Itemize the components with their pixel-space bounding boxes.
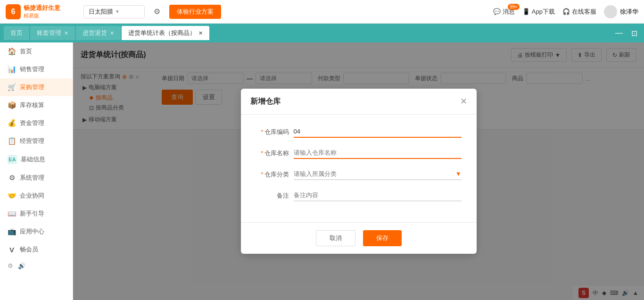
purchase-icon: 🛒: [8, 83, 16, 92]
system-icon: ⚙: [8, 174, 16, 182]
settings-icon[interactable]: ⚙: [149, 4, 165, 19]
sidebar-label-app-center: 应用中心: [20, 227, 44, 236]
cancel-button[interactable]: 取消: [316, 230, 355, 246]
sidebar-item-operations[interactable]: 📋 经营管理: [0, 132, 73, 150]
tab-purchase-stats[interactable]: 进货单统计表（按商品） ✕: [122, 26, 209, 40]
sidebar-label-sales: 销售管理: [20, 65, 44, 74]
required-mark-category: *: [261, 171, 263, 178]
user-menu[interactable]: 徐泽华: [604, 5, 638, 18]
remark-label: 备注: [256, 192, 289, 200]
home-icon: 🏠: [8, 47, 16, 56]
sidebar-item-inventory[interactable]: 📦 库存核算: [0, 96, 73, 114]
tab-purchase-return[interactable]: 进货退货 ✕: [76, 26, 121, 40]
logo-text: 畅捷通好生意 精易版: [24, 4, 60, 19]
tab-home[interactable]: 首页: [4, 26, 29, 40]
tab-bar: 首页 账套管理 ✕ 进货退货 ✕ 进货单统计表（按商品） ✕ — ⊡: [0, 24, 644, 42]
message-icon: 💬: [493, 8, 501, 15]
sidebar-item-system[interactable]: ⚙ 系统管理: [0, 169, 73, 187]
sidebar-item-guide[interactable]: 📖 新手引导: [0, 205, 73, 223]
remark-row: 备注: [256, 190, 462, 201]
modal-title: 新增仓库: [250, 97, 281, 107]
sidebar-item-app-center[interactable]: 📺 应用中心: [0, 223, 73, 241]
avatar: [604, 5, 617, 18]
headset-icon: 🎧: [562, 8, 570, 15]
app-center-icon: 📺: [8, 227, 16, 236]
modal-body: *仓库编码 *仓库名称 *仓库分类: [241, 115, 477, 222]
sidebar-label-inventory: 库存核算: [20, 101, 44, 109]
sidebar-label-system: 系统管理: [20, 174, 44, 182]
warehouse-code-row: *仓库编码: [256, 126, 462, 138]
tab-accounts-label: 账套管理: [37, 29, 61, 37]
warehouse-name-input[interactable]: [294, 147, 462, 159]
tab-purchase-return-close-icon[interactable]: ✕: [110, 30, 114, 36]
logo-area: 6 畅捷通好生意 精易版: [6, 4, 79, 19]
operations-icon: 📋: [8, 137, 16, 145]
content-area: 进货单统计(按商品) 🖨 按模板打印 ▼ ⬆ 导出 ↻ 刷新: [73, 42, 644, 300]
tab-expand-icon[interactable]: ⊡: [628, 28, 640, 39]
warehouse-category-select-wrap[interactable]: ▼: [294, 168, 462, 180]
sidebar-item-home[interactable]: 🏠 首页: [0, 42, 73, 60]
enterprise-icon: 🤝: [8, 192, 16, 200]
top-header: 6 畅捷通好生意 精易版 日太阳膜 ▼ ⚙ 体验行业方案 💬 消息 99+ 📱 …: [0, 0, 644, 24]
remark-input[interactable]: [294, 190, 462, 201]
modal-overlay: 新增仓库 ✕ *仓库编码 *仓库名称: [73, 42, 644, 300]
warehouse-name-row: *仓库名称: [256, 147, 462, 159]
speaker-icon[interactable]: 🔊: [18, 262, 25, 269]
messages-button[interactable]: 💬 消息 99+: [493, 8, 515, 16]
inventory-icon: 📦: [8, 101, 16, 109]
tab-purchase-stats-close-icon[interactable]: ✕: [198, 30, 203, 36]
sidebar-item-purchase[interactable]: 🛒 采购管理: [0, 78, 73, 96]
warehouse-code-input[interactable]: [294, 126, 462, 138]
tab-home-label: 首页: [10, 29, 23, 37]
sidebar-item-basic-info[interactable]: EA 基础信息: [0, 150, 73, 169]
modal-footer: 取消 保存: [241, 222, 477, 254]
phone-icon: 📱: [522, 8, 530, 15]
user-name: 徐泽华: [620, 8, 638, 16]
sidebar-label-enterprise: 企业协同: [20, 192, 44, 200]
tab-minimize-icon[interactable]: —: [612, 28, 626, 39]
store-name: 日太阳膜: [89, 8, 113, 16]
finance-icon: 💰: [8, 119, 16, 127]
sidebar-label-home: 首页: [20, 47, 32, 56]
required-mark-name: *: [261, 150, 263, 157]
tab-accounts-close-icon[interactable]: ✕: [64, 30, 68, 36]
trial-button[interactable]: 体验行业方案: [169, 5, 221, 19]
store-selector[interactable]: 日太阳膜 ▼: [83, 5, 145, 18]
save-button[interactable]: 保存: [363, 230, 402, 246]
category-dropdown-icon: ▼: [455, 170, 462, 177]
warehouse-category-row: *仓库分类 ▼: [256, 168, 462, 180]
header-right: 💬 消息 99+ 📱 App下载 🎧 在线客服 徐泽华: [493, 5, 638, 18]
modal-close-icon[interactable]: ✕: [460, 96, 467, 107]
warehouse-category-input[interactable]: [294, 170, 455, 177]
sidebar: 🏠 首页 📊 销售管理 🛒 采购管理 📦 库存核算 💰 资金管理 📋 经营管理 …: [0, 42, 73, 300]
sidebar-bottom: ⚙ 🔊: [0, 258, 73, 273]
sidebar-label-finance: 资金管理: [20, 119, 44, 127]
sidebar-item-vip[interactable]: V 畅会员: [0, 241, 73, 258]
tab-purchase-return-label: 进货退货: [83, 29, 107, 37]
app-download-label: App下载: [532, 8, 555, 16]
logo-icon: 6: [6, 4, 21, 19]
warehouse-category-label: *仓库分类: [256, 170, 289, 179]
sidebar-label-guide: 新手引导: [20, 209, 44, 218]
sales-icon: 📊: [8, 65, 16, 74]
required-mark-code: *: [261, 128, 263, 135]
online-service-label: 在线客服: [572, 8, 596, 16]
warehouse-code-label: *仓库编码: [256, 128, 289, 136]
tab-accounts[interactable]: 账套管理 ✕: [30, 26, 75, 40]
message-badge: 99+: [508, 4, 520, 10]
sidebar-item-finance[interactable]: 💰 资金管理: [0, 114, 73, 132]
app-download-button[interactable]: 📱 App下载: [522, 8, 555, 16]
online-service-button[interactable]: 🎧 在线客服: [562, 8, 596, 16]
sidebar-label-basic-info: 基础信息: [21, 155, 45, 164]
chevron-down-icon: ▼: [115, 9, 140, 14]
modal-header: 新增仓库 ✕: [241, 89, 477, 115]
settings-bottom-icon[interactable]: ⚙: [8, 262, 13, 269]
warehouse-name-label: *仓库名称: [256, 149, 289, 158]
vip-icon: V: [8, 245, 16, 254]
sidebar-item-sales[interactable]: 📊 销售管理: [0, 60, 73, 78]
sidebar-label-operations: 经营管理: [20, 137, 44, 145]
sidebar-label-vip: 畅会员: [20, 245, 38, 254]
new-warehouse-modal: 新增仓库 ✕ *仓库编码 *仓库名称: [241, 89, 477, 254]
sidebar-label-purchase: 采购管理: [20, 83, 44, 92]
sidebar-item-enterprise[interactable]: 🤝 企业协同: [0, 187, 73, 205]
